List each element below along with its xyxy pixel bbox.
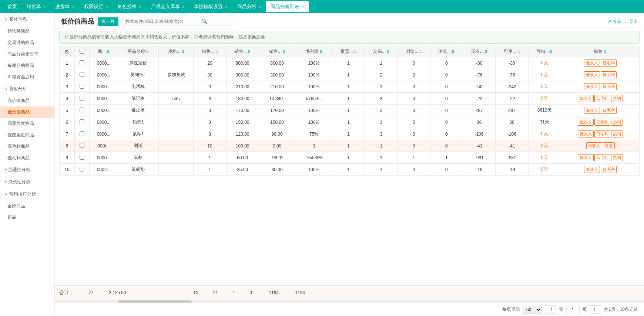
select-all-checkbox[interactable]	[80, 49, 84, 54]
nav-inventory[interactable]: 产成品入库单 ×	[147, 1, 189, 12]
cell-browse1[interactable]: 0	[398, 57, 430, 69]
row-checkbox[interactable]	[80, 60, 84, 65]
cell-browse1[interactable]: 1	[398, 152, 430, 164]
col-name[interactable]: 商品名称⇅	[118, 46, 158, 57]
sidebar-item-new-products[interactable]: 新品	[0, 212, 54, 223]
col-sale2[interactable]: 销售...⇅	[259, 46, 295, 57]
cell-browse1[interactable]: 0	[398, 93, 430, 105]
col-cover[interactable]: 覆盖...⇅	[332, 46, 365, 57]
nav-close-roles[interactable]: ×	[139, 4, 141, 9]
last-page-button[interactable]: 》	[590, 305, 601, 314]
col-sale1[interactable]: 销售...⇅	[226, 46, 259, 57]
cell-browse1[interactable]: 0	[398, 164, 430, 176]
sidebar-item-low-value[interactable]: 低价值商品	[0, 106, 54, 118]
sidebar-group-flow[interactable]: > 流通性分析	[0, 164, 54, 176]
cell-checkbox[interactable]	[74, 69, 89, 81]
nav-permissions[interactable]: 权限设置 ×	[80, 1, 112, 12]
cell-tags: 低收入低毛利	[561, 105, 639, 116]
col-stock[interactable]: 现有...⇅	[463, 46, 496, 57]
sidebar-item-traded-products[interactable]: 交易过的商品	[0, 37, 54, 48]
col-trade[interactable]: 交易...⇅	[365, 46, 398, 57]
nav-close-permissions[interactable]: ×	[105, 4, 108, 9]
cell-browse1[interactable]: 0	[398, 128, 430, 140]
col-tags[interactable]: 标签⇅	[561, 46, 639, 57]
row-checkbox[interactable]	[80, 96, 84, 101]
col-days[interactable]: 可销...⇅	[528, 46, 561, 57]
row-checkbox[interactable]	[80, 108, 84, 112]
search-input[interactable]	[125, 19, 199, 24]
cell-checkbox[interactable]	[74, 57, 89, 69]
cell-trade: 3	[365, 116, 398, 128]
browse-link[interactable]: 1	[413, 155, 415, 160]
row-checkbox[interactable]	[80, 119, 84, 124]
col-browse1[interactable]: 浏览...⇅	[398, 46, 430, 57]
col-avail[interactable]: 可用...⇅	[496, 46, 528, 57]
cell-browse1[interactable]: 0	[398, 105, 430, 116]
sidebar-item-low-margin[interactable]: 低毛利商品	[0, 152, 54, 164]
col-spec[interactable]: 规格...⇅	[158, 46, 193, 57]
nav-purchase[interactable]: 进货单 ×	[51, 1, 78, 12]
col-code[interactable]: 商...⇅	[90, 46, 118, 57]
nav-close-purchase[interactable]: ×	[72, 4, 74, 9]
sidebar-item-inventory-capital[interactable]: 库存资金占用	[0, 71, 54, 83]
cell-name: 鼠标1	[118, 128, 158, 140]
cell-code: 000/...	[90, 140, 118, 152]
nav-home[interactable]: 首页	[3, 1, 21, 12]
nav-close-sales[interactable]: ×	[43, 4, 46, 9]
settings-icon[interactable]: ⚙	[64, 49, 69, 55]
time-filter-button[interactable]: 近一月	[98, 17, 118, 26]
cell-browse1[interactable]: 0	[398, 140, 430, 152]
sidebar-item-high-coverage[interactable]: 高覆盖度商品	[0, 118, 54, 129]
search-icon[interactable]: 🔍	[201, 18, 208, 24]
nav-product-analysis[interactable]: 商品分析 ×	[233, 1, 265, 12]
cell-checkbox[interactable]	[74, 140, 89, 152]
nav-product-analysis-list[interactable]: 商品分析列表 ×	[266, 1, 308, 12]
sidebar-item-high-margin[interactable]: 高毛利商品	[0, 141, 54, 152]
sidebar-item-low-coverage[interactable]: 低覆盖度商品	[0, 129, 54, 141]
sidebar-group-overall[interactable]: ∨ 整体信息	[0, 13, 54, 26]
cell-checkbox[interactable]	[74, 93, 89, 105]
export-button[interactable]: ↓ 导出	[626, 18, 638, 25]
sidebar-group-growth[interactable]: > 成长性分析	[0, 176, 54, 188]
row-checkbox[interactable]	[80, 72, 84, 77]
horizontal-scrollbar[interactable]	[55, 300, 644, 303]
cell-checkbox[interactable]	[74, 81, 89, 93]
nav-roles[interactable]: 角色授权 ×	[113, 1, 145, 12]
row-checkbox[interactable]	[80, 143, 84, 148]
sidebar-group-marketing[interactable]: ∨ 营销推广分析	[0, 188, 54, 200]
cell-browse1[interactable]: 0	[398, 69, 430, 81]
sidebar-item-sales-products[interactable]: 销售类商品	[0, 26, 54, 37]
cell-checkbox[interactable]	[74, 128, 89, 140]
sidebar-item-high-value[interactable]: 高价值商品	[0, 95, 54, 106]
cell-checkbox[interactable]	[74, 164, 89, 176]
col-checkbox[interactable]	[74, 46, 89, 57]
cell-checkbox[interactable]	[74, 105, 89, 116]
nav-close-inventory[interactable]: ×	[182, 4, 184, 9]
cell-tags: 低收入低毛利	[561, 69, 639, 81]
sidebar-item-stock-products[interactable]: 备库存的商品	[0, 60, 54, 71]
col-browse2[interactable]: 浏览...⇅	[430, 46, 463, 57]
nav-sales[interactable]: 销货单 ×	[22, 1, 50, 12]
cell-checkbox[interactable]	[74, 116, 89, 128]
col-q1[interactable]: 销售...⇅	[194, 46, 226, 57]
share-button[interactable]: ↗ 分享	[608, 18, 621, 25]
first-page-button[interactable]: 《	[545, 305, 556, 314]
cell-browse1[interactable]: 0	[398, 116, 430, 128]
row-checkbox[interactable]	[80, 155, 84, 160]
nav-close-product-analysis[interactable]: ×	[259, 4, 261, 9]
col-settings[interactable]: ⚙	[60, 46, 75, 57]
cell-checkbox[interactable]	[74, 152, 89, 164]
sidebar-item-all-products[interactable]: 全部商品	[0, 200, 54, 212]
col-gross[interactable]: 毛利率⇅	[295, 46, 332, 57]
per-page-select[interactable]: 50 100 200	[523, 306, 542, 314]
row-checkbox[interactable]	[80, 131, 84, 136]
row-checkbox[interactable]	[80, 84, 84, 89]
sidebar-item-category-sales[interactable]: 商品分类销售率	[0, 48, 54, 60]
nav-templates[interactable]: 单据模板设置 ×	[189, 1, 232, 12]
row-checkbox[interactable]	[80, 167, 84, 171]
page-number-input[interactable]	[566, 306, 580, 313]
nav-close-product-analysis-list[interactable]: ×	[302, 4, 304, 9]
sidebar-group-contribution[interactable]: ∨ 贡献分析	[0, 83, 54, 95]
cell-browse1[interactable]: 0	[398, 81, 430, 93]
nav-close-templates[interactable]: ×	[225, 4, 227, 9]
